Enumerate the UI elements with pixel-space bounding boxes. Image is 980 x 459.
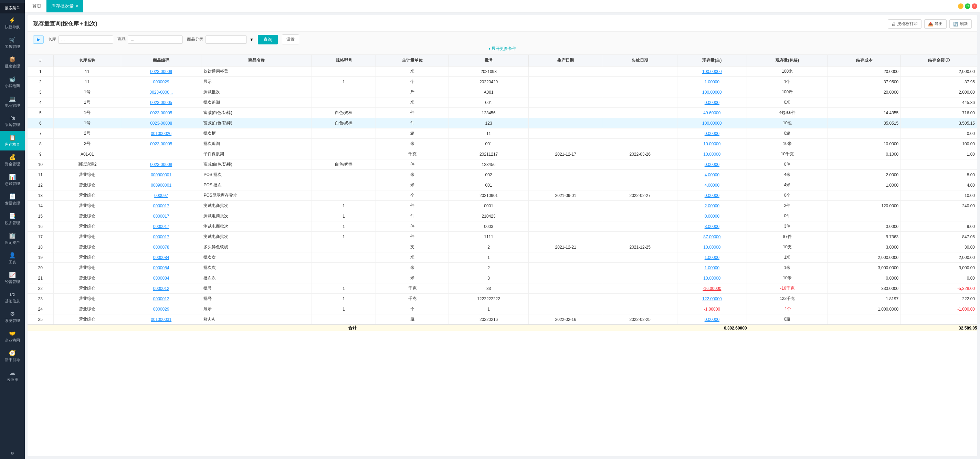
category-input[interactable]	[205, 35, 247, 44]
cell-9[interactable]: 100.00000	[677, 87, 747, 97]
cell-2[interactable]: 0000084	[121, 263, 201, 273]
cell-9[interactable]: 10.00000	[677, 139, 747, 149]
cell-9[interactable]: 0.00000	[677, 314, 747, 325]
sidebar-label-guide: 新手引导	[5, 357, 20, 363]
cell-9[interactable]: 122.00000	[677, 294, 747, 304]
cell-2[interactable]: 000900001	[121, 170, 201, 180]
cell-7	[528, 201, 603, 211]
sidebar-item-guide[interactable]: 🧭 新手引导	[0, 346, 25, 366]
cell-2[interactable]: 0000078	[121, 242, 201, 252]
cell-9[interactable]: 0.00000	[677, 190, 747, 201]
cell-9[interactable]: 100.00000	[677, 118, 747, 128]
tab-inventory-batch[interactable]: 库存批次量 ×	[46, 0, 83, 13]
cell-2[interactable]: 0023-00008	[121, 159, 201, 170]
tab-close-icon[interactable]: ×	[76, 4, 78, 9]
expand-filter-icon[interactable]: ▶	[33, 35, 44, 44]
cell-2[interactable]: 0023-00008	[121, 118, 201, 128]
sidebar-item-small-ecom[interactable]: 🐋 小鲸电商	[0, 72, 25, 92]
cell-2[interactable]: 0000029	[121, 77, 201, 87]
sidebar-item-purchase[interactable]: 🛍 采购管理	[0, 112, 25, 131]
cell-2[interactable]: 0000084	[121, 273, 201, 284]
sidebar-item-ecom[interactable]: 💻 电商管理	[0, 92, 25, 112]
cell-11	[828, 97, 901, 108]
cell-2[interactable]: 000900001	[121, 180, 201, 190]
cell-1: 11	[53, 67, 121, 77]
sidebar-item-tax[interactable]: 📑 税务管理	[0, 209, 25, 229]
cell-2[interactable]: 0023-00009	[121, 67, 201, 77]
sidebar-item-wholesale[interactable]: 📦 批发管理	[0, 53, 25, 72]
cell-3: 鲜肉A	[201, 314, 312, 325]
cell-2[interactable]: 0000017	[121, 211, 201, 222]
cell-2[interactable]: 001000031	[121, 314, 201, 325]
tab-home[interactable]: 首页	[27, 0, 46, 13]
sidebar-item-ops[interactable]: 📈 经营管理	[0, 268, 25, 288]
cell-2[interactable]: 0023-0000...	[121, 87, 201, 97]
sidebar-item-assets[interactable]: 💰 资金管理	[0, 150, 25, 170]
sidebar-item-cloud[interactable]: ☁ 云应用	[0, 366, 25, 386]
cell-2[interactable]: 0000012	[121, 284, 201, 294]
cell-9[interactable]: 87.00000	[677, 232, 747, 242]
cell-9[interactable]: 2.00000	[677, 201, 747, 211]
settings-button[interactable]: 设置	[282, 34, 299, 45]
cell-9[interactable]: -1.00000	[677, 304, 747, 314]
cell-9[interactable]: 1.00000	[677, 263, 747, 273]
cell-2[interactable]: 0023-00005	[121, 108, 201, 118]
print-button[interactable]: 🖨 按模板打印	[888, 19, 921, 29]
sidebar-item-quick-nav[interactable]: ⚡ 快捷导航	[0, 13, 25, 33]
cell-2[interactable]: 0000017	[121, 232, 201, 242]
cell-2[interactable]	[121, 149, 201, 159]
search-button[interactable]: 查询	[258, 35, 278, 45]
cell-9[interactable]: 49.60000	[677, 108, 747, 118]
cell-2[interactable]: 0023-00005	[121, 139, 201, 149]
cell-9[interactable]: 4.00000	[677, 180, 747, 190]
sidebar-label-inventory: 库存核查	[5, 142, 20, 147]
sidebar-item-fixed[interactable]: 🏢 固定资产	[0, 229, 25, 249]
cell-1: 营业综仓	[53, 263, 121, 273]
warehouse-input[interactable]	[58, 35, 113, 44]
cell-4	[312, 314, 376, 325]
cell-2[interactable]: 0000017	[121, 201, 201, 211]
category-dropdown-icon[interactable]: ▼	[250, 37, 254, 42]
cell-9[interactable]: 1.00000	[677, 77, 747, 87]
tab-bar: 首页 库存批次量 × − □ ×	[25, 0, 980, 13]
sidebar-logo[interactable]: 搜索菜单	[0, 3, 25, 13]
cell-9[interactable]: 0.00000	[677, 97, 747, 108]
cell-9[interactable]: 10.00000	[677, 242, 747, 252]
export-button[interactable]: 📤 导出	[924, 19, 947, 29]
cell-9[interactable]: 0.00000	[677, 211, 747, 222]
sidebar-settings[interactable]: ⚙	[0, 448, 25, 459]
sidebar-item-inventory[interactable]: 📋 库存核查	[0, 131, 25, 150]
cell-1: 营业综仓	[53, 190, 121, 201]
cell-9[interactable]: 100.00000	[677, 67, 747, 77]
goods-input[interactable]	[128, 35, 183, 44]
cell-2[interactable]: 000097	[121, 190, 201, 201]
sidebar-item-retail[interactable]: 🛒 零售管理	[0, 33, 25, 53]
sidebar-item-general[interactable]: 📊 总账管理	[0, 170, 25, 190]
sidebar-item-basic[interactable]: 🗂 基础信息	[0, 288, 25, 307]
window-minimize-button[interactable]: −	[958, 3, 964, 9]
refresh-button[interactable]: 🔄 刷新	[949, 19, 972, 29]
cell-9[interactable]: 10.00000	[677, 273, 747, 284]
sidebar-item-sys[interactable]: ⚙ 系统管理	[0, 307, 25, 327]
cell-9[interactable]: 10.00000	[677, 149, 747, 159]
sidebar-item-corp[interactable]: 🤝 企业协同	[0, 327, 25, 346]
window-close-button[interactable]: ×	[972, 3, 977, 9]
expand-more-conditions[interactable]: ▾ 展开更多条件	[488, 46, 516, 52]
cell-2[interactable]: 001000026	[121, 128, 201, 139]
cell-2[interactable]: 0000017	[121, 222, 201, 232]
cell-9[interactable]: 0.00000	[677, 128, 747, 139]
window-maximize-button[interactable]: □	[965, 3, 970, 9]
sidebar-item-invoice[interactable]: 🧾 发票管理	[0, 190, 25, 209]
cell-9[interactable]: 0.00000	[677, 159, 747, 170]
cell-2[interactable]: 0000084	[121, 252, 201, 263]
cell-2[interactable]: 0000029	[121, 304, 201, 314]
cell-4	[312, 170, 376, 180]
cell-8	[603, 139, 677, 149]
sidebar-item-hr[interactable]: 👤 工资	[0, 249, 25, 268]
cell-9[interactable]: 4.00000	[677, 170, 747, 180]
cell-9[interactable]: 1.00000	[677, 252, 747, 263]
cell-9[interactable]: -16.00000	[677, 284, 747, 294]
cell-2[interactable]: 0000012	[121, 294, 201, 304]
cell-2[interactable]: 0023-00005	[121, 97, 201, 108]
cell-9[interactable]: 3.00000	[677, 222, 747, 232]
